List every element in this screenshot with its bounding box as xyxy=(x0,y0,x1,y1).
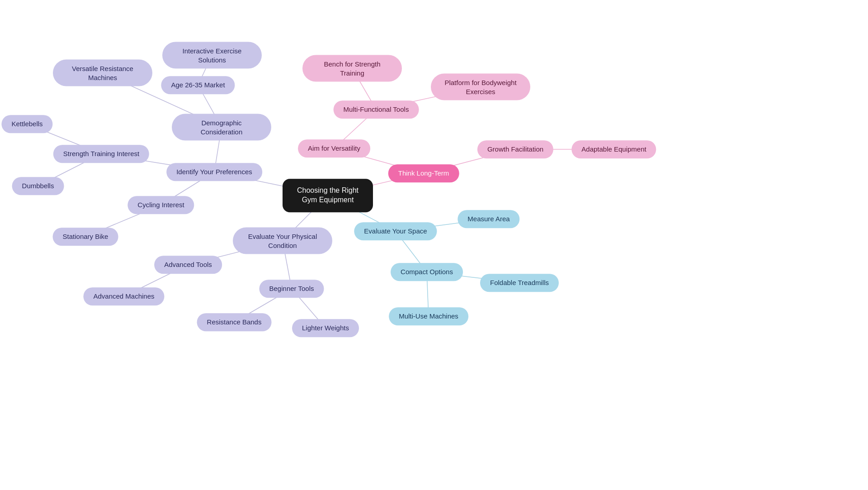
node-multi_functional[interactable]: Multi-Functional Tools xyxy=(334,100,419,119)
node-multi_use_machines[interactable]: Multi-Use Machines xyxy=(389,307,468,325)
node-interactive_exercise[interactable]: Interactive Exercise Solutions xyxy=(162,42,262,69)
node-cycling_interest[interactable]: Cycling Interest xyxy=(127,196,194,214)
node-aim_versatility[interactable]: Aim for Versatility xyxy=(298,139,370,157)
node-advanced_machines[interactable]: Advanced Machines xyxy=(83,287,164,305)
node-versatile_resistance[interactable]: Versatile Resistance Machines xyxy=(53,60,152,86)
node-stationary_bike[interactable]: Stationary Bike xyxy=(53,228,118,246)
node-lighter_weights[interactable]: Lighter Weights xyxy=(292,319,359,337)
node-compact_options[interactable]: Compact Options xyxy=(391,263,463,281)
node-evaluate_space[interactable]: Evaluate Your Space xyxy=(354,222,437,240)
node-age_market[interactable]: Age 26-35 Market xyxy=(161,76,235,94)
node-measure_area[interactable]: Measure Area xyxy=(458,210,519,228)
node-platform_bodyweight[interactable]: Platform for Bodyweight Exercises xyxy=(431,74,530,100)
node-adaptable_equipment[interactable]: Adaptable Equipment xyxy=(571,140,656,158)
node-advanced_tools[interactable]: Advanced Tools xyxy=(154,256,222,274)
node-demographic[interactable]: Demographic Consideration xyxy=(172,114,271,141)
node-center[interactable]: Choosing the Right Gym Equipment xyxy=(283,179,373,212)
node-resistance_bands[interactable]: Resistance Bands xyxy=(197,313,272,331)
node-growth_facilitation[interactable]: Growth Facilitation xyxy=(477,140,553,158)
node-dumbbells[interactable]: Dumbbells xyxy=(12,177,64,195)
node-evaluate_physical[interactable]: Evaluate Your Physical Condition xyxy=(233,228,332,254)
node-think_long_term[interactable]: Think Long-Term xyxy=(388,164,459,182)
node-bench_strength[interactable]: Bench for Strength Training xyxy=(302,55,402,82)
node-strength_training[interactable]: Strength Training Interest xyxy=(53,145,149,163)
node-kettlebells[interactable]: Kettlebells xyxy=(1,115,52,133)
node-beginner_tools[interactable]: Beginner Tools xyxy=(259,280,324,298)
node-foldable_treadmills[interactable]: Foldable Treadmills xyxy=(480,274,559,292)
node-identify_preferences[interactable]: Identify Your Preferences xyxy=(166,163,262,181)
mindmap-container: Choosing the Right Gym EquipmentInteract… xyxy=(0,0,868,490)
